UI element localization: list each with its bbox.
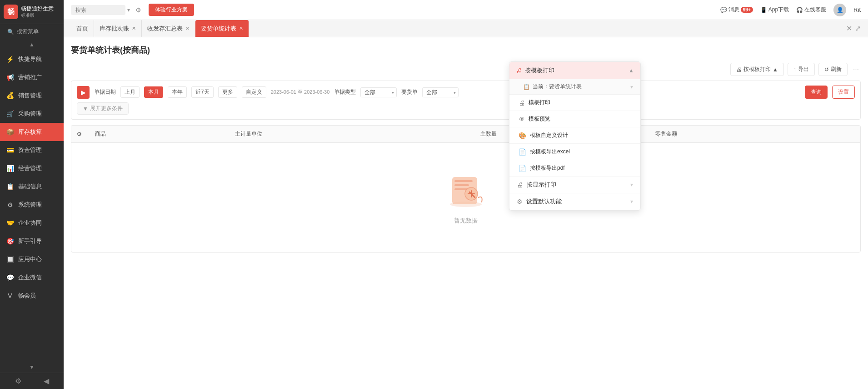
- tab-receipt-summary[interactable]: 收发存汇总表 ✕: [142, 20, 195, 37]
- tab-receipt-summary-close[interactable]: ✕: [185, 25, 190, 31]
- dropdown-template-print-label: 模板打印: [529, 99, 550, 106]
- sidebar-item-marketing[interactable]: 📢营销推广: [0, 68, 64, 86]
- finance-icon: 💳: [5, 146, 15, 155]
- sidebar-item-label-guide: 新手引导: [18, 237, 42, 245]
- sidebar-item-label-base: 基础信息: [18, 182, 42, 191]
- sidebar-nav: ⚡快捷导航📢营销推广💰销售管理🛒采购管理📦库存核算💳资金管理📊经营管理📋基础信息…: [0, 50, 64, 362]
- sidebar-item-system[interactable]: ⚙系统管理: [0, 196, 64, 214]
- empty-icon: [443, 170, 489, 211]
- dropdown-excel-icon: 📄: [519, 148, 526, 156]
- template-print-btn[interactable]: 🖨 按模板打印 ▲: [730, 63, 784, 76]
- expand-more-btn[interactable]: ▼ 展开更多条件: [77, 102, 129, 115]
- dropdown-item-display-print[interactable]: 🖨 按显示打印 ▾: [509, 177, 640, 193]
- template-print-label: 按模板打印: [743, 66, 771, 73]
- sidebar-item-quick-nav[interactable]: ⚡快捷导航: [0, 50, 64, 68]
- th-unit: 主计量单位: [229, 126, 475, 143]
- dropdown-item-export-excel[interactable]: 📄 按模板导出excel: [509, 144, 640, 160]
- dropdown-item-template-preview[interactable]: 👁 模板预览: [509, 111, 640, 127]
- sidebar-item-base[interactable]: 📋基础信息: [0, 177, 64, 196]
- table-header-row: ⚙ 商品 主计量单位 主数量 零售金额: [71, 126, 860, 143]
- dropdown-item-default-settings[interactable]: ⚙ 设置默认功能 ▾: [509, 193, 640, 210]
- sidebar-item-label-marketing: 营销推广: [18, 73, 42, 81]
- dropdown-item-template-print[interactable]: 🖨 模板打印: [509, 95, 640, 111]
- sidebar-item-member[interactable]: V畅会员: [0, 287, 64, 305]
- sidebar-item-cooperation[interactable]: 🤝企业协同: [0, 214, 64, 232]
- export-icon: ↑: [793, 66, 796, 73]
- action-bar-top: 🖨 按模板打印 ▲ ↑ 导出 ↺ 刷新 ⋯: [71, 63, 861, 76]
- export-btn[interactable]: ↑ 导出: [788, 63, 815, 76]
- refresh-btn[interactable]: ↺ 刷新: [818, 63, 848, 76]
- page-title: 要货单统计表(按商品): [71, 45, 861, 56]
- dropdown-current-label: 当前：要货单统计表: [533, 83, 582, 91]
- online-service-item[interactable]: 🎧 在线客服: [796, 6, 826, 14]
- date-btn-7days[interactable]: 近7天: [191, 86, 214, 98]
- close-all-tabs-icon[interactable]: ✕: [846, 24, 852, 33]
- tab-order-stats-close[interactable]: ✕: [239, 25, 243, 31]
- dropdown-current-item[interactable]: 📋 当前：要货单统计表 ▾: [509, 79, 640, 95]
- user-avatar[interactable]: 👤: [833, 4, 846, 16]
- sidebar-scroll-up[interactable]: ▲: [0, 39, 64, 50]
- expand-more-label: 展开更多条件: [90, 105, 123, 112]
- date-btn-last-month[interactable]: 上月: [120, 86, 140, 98]
- date-btn-custom[interactable]: 自定义: [242, 86, 266, 98]
- sales-icon: 💰: [5, 91, 15, 100]
- app-download-item[interactable]: 📱 App下载: [760, 6, 789, 14]
- expand-tabs-icon[interactable]: ⤢: [855, 24, 861, 33]
- dropdown-default-settings-arrow: ▾: [630, 198, 633, 205]
- date-btn-this-year[interactable]: 本年: [168, 86, 187, 98]
- tab-inventory-batch-close[interactable]: ✕: [132, 25, 136, 31]
- dropdown-collapse-icon[interactable]: ▲: [629, 67, 634, 74]
- date-btn-this-month[interactable]: 本月: [144, 86, 163, 98]
- order-status-select[interactable]: 全部: [422, 87, 459, 97]
- sidebar-item-label-purchase: 采购管理: [18, 110, 42, 118]
- tab-inventory-batch[interactable]: 库存批次账 ✕: [94, 20, 142, 37]
- system-icon: ⚙: [5, 200, 15, 209]
- sidebar-item-label-system: 系统管理: [18, 201, 42, 209]
- collapse-icon[interactable]: ◀: [44, 377, 49, 385]
- dropdown-printer2-icon: 🖨: [519, 99, 525, 106]
- tab-home[interactable]: 首页: [71, 20, 94, 37]
- industry-btn[interactable]: 体验行业方案: [149, 4, 194, 16]
- dropdown-item-template-custom[interactable]: 🎨 模板自定义设计: [509, 127, 640, 144]
- query-btn[interactable]: 查询: [805, 86, 828, 99]
- th-settings: ⚙: [71, 126, 90, 143]
- sidebar-logo-info: 畅捷通好生意 标准版: [21, 5, 54, 19]
- dropdown-item-export-pdf[interactable]: 📄 按模板导出pdf: [509, 160, 640, 177]
- settings-icon[interactable]: ⚙: [15, 377, 21, 385]
- sidebar-scroll-down[interactable]: ▼: [0, 362, 64, 373]
- tab-receipt-summary-label: 收发存汇总表: [147, 25, 183, 33]
- dropdown-header[interactable]: 🖨 按模板打印 ▲: [509, 62, 640, 79]
- user-name: Rit: [853, 6, 861, 13]
- dropdown-current-arrow: ▾: [630, 84, 633, 90]
- cooperation-icon: 🤝: [5, 218, 15, 227]
- tabs-bar: 首页 库存批次账 ✕ 收发存汇总表 ✕ 要货单统计表 ✕ ✕ ⤢: [64, 20, 868, 37]
- sidebar-item-label-finance: 资金管理: [18, 146, 42, 154]
- sidebar-item-apps[interactable]: 🔲应用中心: [0, 250, 64, 268]
- sidebar-item-purchase[interactable]: 🛒采购管理: [0, 105, 64, 123]
- sidebar-logo: 畅 畅捷通好生意 标准版: [0, 0, 64, 24]
- topbar-gear-icon[interactable]: ⚙: [135, 6, 141, 14]
- filter-toggle-icon[interactable]: ▶: [77, 86, 90, 99]
- topbar-search-input[interactable]: [71, 5, 125, 15]
- settings-btn[interactable]: 设置: [832, 86, 855, 99]
- headset-icon: 🎧: [796, 7, 803, 13]
- dropdown-current-icon: 📋: [523, 84, 530, 90]
- sidebar-item-operation[interactable]: 📊经营管理: [0, 159, 64, 177]
- type-select[interactable]: 全部: [360, 87, 397, 97]
- date-btn-more[interactable]: 更多: [218, 86, 237, 98]
- printer-icon: 🖨: [736, 66, 742, 73]
- column-settings-icon[interactable]: ⚙: [77, 131, 82, 137]
- data-table-wrap: ⚙ 商品 主计量单位 主数量 零售金额: [71, 125, 861, 253]
- sidebar-item-wechat[interactable]: 💬企业微信: [0, 268, 64, 287]
- sidebar-item-inventory[interactable]: 📦库存核算: [0, 123, 64, 141]
- message-item[interactable]: 💬 消息 99+: [720, 6, 753, 14]
- dropdown-header-left: 🖨 按模板打印: [516, 66, 554, 75]
- order-status-select-wrap: 全部: [422, 87, 459, 97]
- th-goods: 商品: [90, 126, 229, 143]
- search-menu-item[interactable]: 🔍 搜索菜单: [0, 24, 64, 39]
- tab-order-stats[interactable]: 要货单统计表 ✕: [195, 20, 249, 37]
- sidebar-item-sales[interactable]: 💰销售管理: [0, 86, 64, 105]
- sidebar-item-guide[interactable]: 🎯新手引导: [0, 232, 64, 250]
- sidebar-item-finance[interactable]: 💳资金管理: [0, 141, 64, 159]
- topbar-dropdown-arrow[interactable]: ▾: [127, 7, 130, 13]
